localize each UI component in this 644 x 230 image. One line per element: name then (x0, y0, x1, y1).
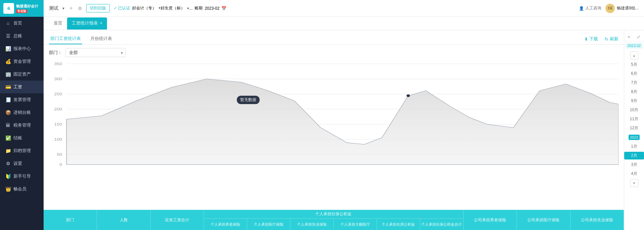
sub-tab-monthly[interactable]: 月份统计表 (89, 34, 113, 44)
sidebar-item-checkout[interactable]: ✅ 结账 (0, 132, 44, 144)
sidebar-item-settings[interactable]: ⚙ 设置 (0, 157, 44, 170)
th-personal-unemployment: 个人承担失业保险 (290, 219, 334, 230)
sidebar-item-assets[interactable]: 🏢 固定资产 (0, 68, 44, 81)
salary-icon: 💳 (5, 84, 11, 90)
month-6[interactable]: 6月 (624, 70, 644, 78)
download-icon: ⬇ (584, 37, 588, 42)
help-btn[interactable]: 👤 人工咨询 (579, 5, 601, 11)
main-content: 测试 ▾ ＋ ⚙ 切到旧版 ✓ 已认证 好会计（专） +好生意（标） +... … (44, 0, 644, 230)
sidebar-item-salary[interactable]: 💳 工资 (0, 81, 44, 93)
month-1[interactable]: 1月 (624, 143, 644, 150)
sidebar: 会 畅捷通好会计 专业版 ⌂ 首页 ☰ 总账 📊 报表中心 💰 资金管理 🏢 固… (0, 0, 44, 230)
dept-label: 部门： (49, 50, 62, 56)
month-2-active[interactable]: 2月 (624, 152, 644, 159)
sidebar-item-home[interactable]: ⌂ 首页 (0, 17, 44, 30)
sub-tabs: 部门工资统计表 月份统计表 ⬇ 下载 ↻ 刷新 (44, 30, 624, 45)
sidebar-item-label: 总账 (13, 33, 22, 39)
sidebar-item-member[interactable]: 👑 畅会员 (0, 183, 44, 195)
logo-icon: 会 (3, 3, 14, 14)
member-icon: 👑 (5, 186, 11, 192)
switch-old-btn[interactable]: 切到旧版 (86, 4, 110, 12)
year-current-label: 2023.02 (626, 43, 643, 49)
topbar: 测试 ▾ ＋ ⚙ 切到旧版 ✓ 已认证 好会计（专） +好生意（标） +... … (44, 0, 644, 17)
calendar-icon[interactable]: 📅 (221, 6, 226, 11)
tab-salary[interactable]: 工资统计报表 × (67, 17, 107, 30)
svg-text:150: 150 (54, 122, 62, 127)
sales-icon: 📦 (5, 110, 11, 115)
svg-text:350: 350 (54, 62, 62, 66)
tax-icon: 🏛 (5, 123, 11, 128)
th-count: 人数 (97, 210, 150, 230)
reports-icon: 📊 (5, 46, 11, 51)
topbar-settings-btn[interactable]: ⚙ (78, 6, 82, 11)
status2: +好生意（标） (158, 5, 185, 11)
year-badge-2023: 2023 (629, 135, 639, 140)
settings-icon: ⚙ (5, 161, 11, 166)
chart-svg: 350 300 250 200 150 100 50 0 (49, 60, 619, 168)
area-chart (66, 79, 619, 165)
tabs-bar: 首页 工资统计报表 × (44, 17, 644, 30)
avatar: CE (605, 4, 615, 13)
panel-close-btn[interactable]: × (628, 34, 630, 40)
month-10[interactable]: 10月 (624, 106, 644, 114)
sidebar-item-label: 税务管理 (13, 122, 31, 128)
month-9[interactable]: 9月 (624, 97, 644, 105)
refresh-icon: ↻ (605, 37, 608, 42)
right-panel: × ⤢ 2023.02 ▲ 5月 6月 7月 8月 9月 10月 11月 12月… (624, 30, 644, 230)
th-company-unemployment: 公司承担失业保险 (571, 210, 624, 230)
sidebar-item-label: 资金管理 (13, 58, 31, 64)
refresh-btn[interactable]: ↻ 刷新 (605, 36, 619, 42)
table-header: 部门 人数 应发工资合计 个人承担社保公积金 个人承担养老保险 (44, 210, 624, 230)
year-down-btn[interactable]: ▼ (630, 179, 638, 187)
user-menu[interactable]: CE 畅捷通8组... (605, 4, 639, 13)
logo-text: 畅捷通好会计 专业版 (16, 4, 38, 13)
sidebar-item-label: 进销台账 (13, 109, 31, 116)
sidebar-item-label: 设置 (13, 160, 22, 167)
month-11[interactable]: 11月 (624, 115, 644, 123)
sidebar-item-ledger[interactable]: ☰ 总账 (0, 30, 44, 42)
content-area: 部门工资统计表 月份统计表 ⬇ 下载 ↻ 刷新 部门： (44, 30, 644, 230)
month-3[interactable]: 3月 (624, 161, 644, 169)
year-2023-section: 2023 (624, 135, 644, 140)
sidebar-item-guide[interactable]: 🔰 新手引导 (0, 170, 44, 183)
toolbar-left: 部门： 全部 (49, 48, 126, 57)
archive-icon: 📁 (5, 148, 11, 153)
sidebar-item-reports[interactable]: 📊 报表中心 (0, 42, 44, 55)
panel-top-controls: × ⤢ (624, 33, 644, 41)
sidebar-item-label: 归档管理 (13, 148, 31, 154)
user-name: 畅捷通8组... (617, 5, 639, 11)
tab-home[interactable]: 首页 (49, 17, 67, 30)
svg-text:50: 50 (57, 152, 62, 157)
th-personal-pension: 个人承担养老保险 (204, 219, 247, 230)
svg-text:200: 200 (54, 107, 62, 111)
th-personal-medical: 个人承担医疗保险 (247, 219, 290, 230)
company-name: 测试 (49, 5, 58, 11)
sidebar-item-sales[interactable]: 📦 进销台账 (0, 106, 44, 119)
month-8[interactable]: 8月 (624, 88, 644, 96)
month-12[interactable]: 12月 (624, 124, 644, 132)
th-personal-bigmedical: 个人承担大额医疗 (334, 219, 377, 230)
th-group-cells: 个人承担养老保险 个人承担医疗保险 个人承担失业保险 个人承担大额医疗 (204, 219, 463, 230)
th-personal-housing: 个人承担住房公积金 (377, 219, 420, 230)
sidebar-item-funds[interactable]: 💰 资金管理 (0, 55, 44, 68)
topbar-add-btn[interactable]: ＋ (68, 5, 74, 12)
month-7[interactable]: 7月 (624, 79, 644, 87)
sidebar-item-invoice[interactable]: 🧾 发票管理 (0, 93, 44, 106)
sidebar-item-archive[interactable]: 📁 归档管理 (0, 144, 44, 157)
year-up-btn[interactable]: ▲ (630, 51, 638, 59)
svg-text:0: 0 (59, 163, 62, 167)
period-label: 账期 (195, 5, 203, 11)
th-company-medical: 公司承担医疗保险 (517, 210, 570, 230)
company-dropdown[interactable]: ▾ (62, 6, 64, 11)
sidebar-item-tax[interactable]: 🏛 税务管理 (0, 119, 44, 132)
download-btn[interactable]: ⬇ 下载 (584, 36, 598, 42)
tab-close-btn[interactable]: × (100, 21, 102, 26)
dept-select[interactable]: 全部 (65, 48, 126, 57)
sidebar-item-label: 报表中心 (13, 46, 31, 52)
month-4[interactable]: 4月 (624, 170, 644, 178)
panel-expand-btn[interactable]: ⤢ (637, 34, 641, 40)
month-5[interactable]: 5月 (624, 61, 644, 68)
sub-tab-dept[interactable]: 部门工资统计表 (49, 34, 82, 44)
sidebar-item-label: 发票管理 (13, 97, 31, 103)
certified-badge: ✓ 已认证 (114, 5, 130, 11)
